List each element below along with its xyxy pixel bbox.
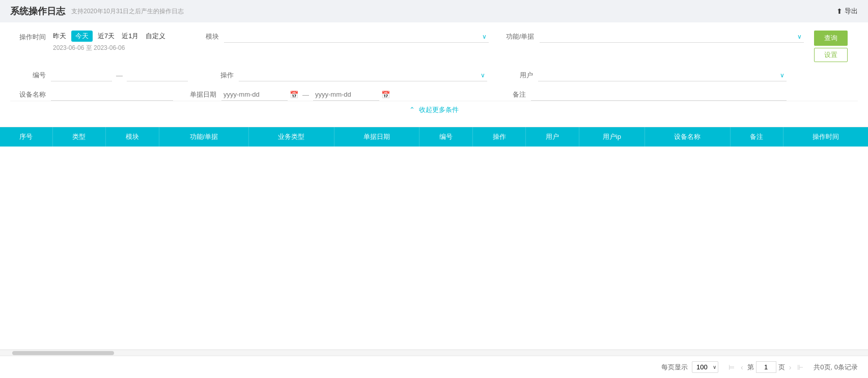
user-select-wrapper: ∨ [538, 69, 787, 81]
page-header: 系统操作日志 支持2020年10月31日之后产生的操作日志 ⬆ 导出 [0, 0, 868, 22]
table-body [0, 147, 868, 340]
header-left: 系统操作日志 支持2020年10月31日之后产生的操作日志 [10, 5, 184, 17]
calendar-to-icon[interactable]: 📅 [381, 91, 390, 99]
module-input[interactable] [224, 31, 489, 43]
page-number-input[interactable] [756, 361, 776, 373]
col-op-time: 操作时间 [783, 127, 868, 147]
query-button[interactable]: 查询 [814, 31, 848, 46]
first-page-button[interactable]: ⊨ [726, 362, 737, 372]
time-range-text: 2023-06-06 至 2023-06-06 [53, 44, 167, 52]
date-dash: — [302, 91, 309, 99]
date-label: 单据日期 [183, 90, 216, 99]
col-function: 功能/单据 [159, 127, 248, 147]
time-buttons: 昨天 今天 近7天 近1月 自定义 [51, 31, 167, 42]
number-label: 编号 [10, 71, 46, 80]
module-select-wrapper: ∨ [224, 31, 489, 43]
per-page-wrapper: 20 50 100 200 ∨ [692, 361, 718, 373]
table-header: 序号 类型 模块 功能/单据 业务类型 单据日期 编号 操作 用户 用户ip 设… [0, 127, 868, 147]
user-input[interactable] [538, 69, 787, 81]
time-btn-yesterday[interactable]: 昨天 [51, 31, 68, 42]
page-wrapper: 系统操作日志 支持2020年10月31日之后产生的操作日志 ⬆ 导出 操作时间 … [0, 0, 868, 378]
col-module: 模块 [106, 127, 159, 147]
prev-page-button[interactable]: ‹ [739, 362, 745, 372]
operation-select-wrapper: ∨ [239, 69, 487, 81]
col-index: 序号 [0, 127, 52, 147]
date-from-input[interactable] [221, 89, 288, 101]
operation-input[interactable] [239, 69, 487, 81]
function-input[interactable] [540, 31, 804, 43]
col-device: 设备名称 [645, 127, 730, 147]
device-label: 设备名称 [10, 90, 46, 99]
last-page-button[interactable]: ⊩ [795, 362, 805, 372]
action-buttons: 查询 设置 [814, 31, 858, 62]
col-type: 类型 [52, 127, 105, 147]
filter-area: 操作时间 昨天 今天 近7天 近1月 自定义 2023-06-06 至 2023… [0, 22, 868, 127]
collapse-label: 收起更多条件 [419, 106, 459, 113]
page-unit: 页 [778, 363, 785, 372]
operation-label: 操作 [198, 71, 234, 80]
date-to-input[interactable] [313, 89, 379, 101]
page-nav: ⊨ ‹ 第 页 › ⊩ [726, 361, 805, 373]
per-page-label: 每页显示 [661, 363, 688, 372]
date-range-group: 📅 — 📅 [221, 89, 480, 101]
col-user: 用户 [526, 127, 579, 147]
data-table: 序号 类型 模块 功能/单据 业务类型 单据日期 编号 操作 用户 用户ip 设… [0, 127, 868, 340]
number-dash: — [116, 72, 123, 79]
scroll-thumb[interactable] [12, 351, 114, 355]
function-select-wrapper: ∨ [540, 31, 804, 43]
col-number: 编号 [419, 127, 472, 147]
function-label: 功能/单据 [499, 32, 535, 41]
table-header-row: 序号 类型 模块 功能/单据 业务类型 单据日期 编号 操作 用户 用户ip 设… [0, 127, 868, 147]
settings-button[interactable]: 设置 [814, 48, 848, 62]
col-user-ip: 用户ip [579, 127, 645, 147]
user-label: 用户 [497, 71, 533, 80]
device-input[interactable] [51, 89, 173, 101]
export-button[interactable]: ⬆ 导出 [836, 7, 858, 16]
per-page-select[interactable]: 20 50 100 200 [692, 361, 718, 373]
collapse-icon: ⌃ [409, 106, 415, 113]
number-from-input[interactable] [51, 69, 112, 81]
time-btn-1month[interactable]: 近1月 [120, 31, 141, 42]
number-to-input[interactable] [127, 69, 188, 81]
table-wrapper: 序号 类型 模块 功能/单据 业务类型 单据日期 编号 操作 用户 用户ip 设… [0, 127, 868, 350]
time-btn-7days[interactable]: 近7天 [96, 31, 117, 42]
time-filter-group: 昨天 今天 近7天 近1月 自定义 2023-06-06 至 2023-06-0… [51, 31, 167, 52]
next-page-button[interactable]: › [787, 362, 794, 372]
scroll-track[interactable] [0, 350, 868, 356]
page-subtitle: 支持2020年10月31日之后产生的操作日志 [71, 7, 184, 16]
time-btn-custom[interactable]: 自定义 [144, 31, 167, 42]
page-title: 系统操作日志 [10, 5, 65, 17]
collapse-bar[interactable]: ⌃ 收起更多条件 [10, 101, 858, 119]
col-remark: 备注 [730, 127, 783, 147]
total-label: 共0页, 0条记录 [814, 363, 858, 372]
remark-input[interactable] [531, 89, 787, 101]
time-label: 操作时间 [10, 33, 46, 42]
remark-label: 备注 [490, 90, 526, 99]
page-label: 第 [747, 363, 754, 372]
number-group: — [51, 69, 188, 81]
col-business-type: 业务类型 [249, 127, 334, 147]
time-btn-today[interactable]: 今天 [71, 31, 93, 42]
pagination-bar: 每页显示 20 50 100 200 ∨ ⊨ ‹ 第 页 › ⊩ 共0页, 0条… [0, 356, 868, 378]
module-label: 模块 [183, 32, 219, 41]
export-icon: ⬆ [836, 7, 843, 15]
col-doc-date: 单据日期 [334, 127, 419, 147]
calendar-from-icon[interactable]: 📅 [290, 91, 298, 99]
col-operation: 操作 [472, 127, 525, 147]
export-label: 导出 [845, 7, 858, 16]
